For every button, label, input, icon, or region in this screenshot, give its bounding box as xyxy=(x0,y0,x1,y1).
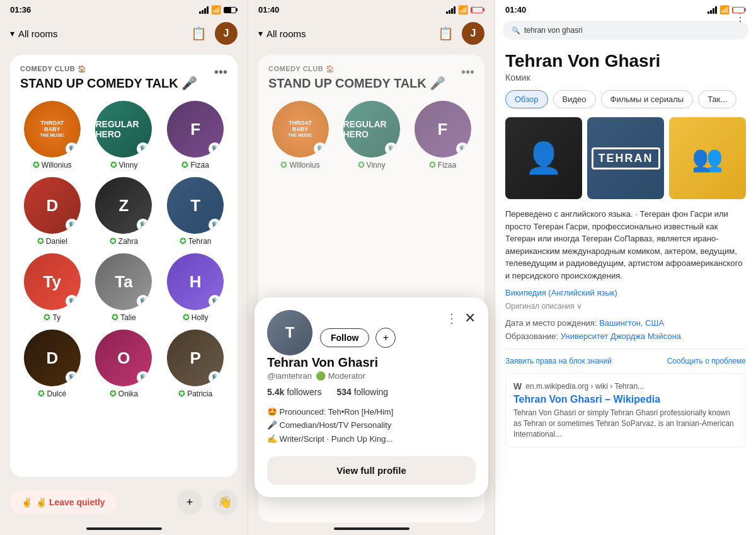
popup-close-button[interactable]: ✕ xyxy=(464,310,476,326)
add-speaker-button[interactable]: + xyxy=(177,490,202,515)
photo-thumb-2[interactable]: TEHRAN xyxy=(587,117,664,199)
list-item[interactable]: H 🎙️ ✪ Holly xyxy=(163,253,227,322)
popup-handle: @iamtehran 🟢 Moderator xyxy=(267,371,476,381)
view-full-profile-button[interactable]: View full profile xyxy=(267,456,476,485)
share-icon-1[interactable]: 📋 xyxy=(188,23,209,43)
list-item[interactable]: REGULAR HERO 🎙️ ✪ Vinny xyxy=(92,101,156,170)
followers-label: followers xyxy=(287,387,321,397)
following-count: 534 xyxy=(336,387,351,397)
back-nav-1[interactable]: ▾ All rooms xyxy=(10,28,58,39)
speaker-name: ✪ Fizaa xyxy=(429,160,456,170)
popup-follow-row: Follow + xyxy=(320,328,476,348)
tab-more[interactable]: Так... xyxy=(698,90,736,108)
speakers-grid-2: THROAT BABY THE MUSIC 🎙️ ✪ Willonius REG… xyxy=(268,101,474,170)
dots-menu-2[interactable]: ••• xyxy=(461,65,474,79)
follow-button[interactable]: Follow xyxy=(320,328,369,347)
photo-thumb-1[interactable]: 👤 xyxy=(505,117,582,199)
mic-badge: 🎙️ xyxy=(66,371,78,384)
popup-info: Tehran Von Ghasri @iamtehran 🟢 Moderator xyxy=(267,355,476,381)
speaker-avatar-fizaa: F 🎙️ xyxy=(167,101,224,158)
tab-video[interactable]: Видео xyxy=(553,90,596,108)
status-icons-1: 📶 xyxy=(199,5,238,14)
claim-knowledge-link[interactable]: Заявить права на блок знаний xyxy=(505,357,612,365)
list-item[interactable]: O 🎙️ ✪ Onika xyxy=(92,330,156,398)
user-avatar-1[interactable]: J xyxy=(215,22,238,45)
search-query: tehran von ghasri xyxy=(524,26,583,35)
list-item[interactable]: Z 🎙️ ✪ Zahra xyxy=(92,177,156,246)
dots-menu-1[interactable]: ••• xyxy=(214,65,227,79)
photo-thumb-3[interactable]: 👥 xyxy=(669,117,746,199)
bio-line-1: 🤩 Pronounced: Teh•Ron [He/Him] xyxy=(267,406,476,418)
green-badge-icon: ✪ xyxy=(43,313,50,322)
name-label: Tehran xyxy=(188,237,212,246)
speaker-name-holly: ✪ Holly xyxy=(183,313,209,322)
speaker-name-talie: ✪ Talie xyxy=(112,313,136,322)
name-label: Patricia xyxy=(187,389,212,398)
speaker-name: ✪ Vinny xyxy=(358,160,386,170)
bio-text-3: ✍️ Writer/Script · Punch Up King... xyxy=(267,433,392,446)
speaker-avatar-willonius: THROAT BABY THE MUSIC 🎙️ xyxy=(24,101,81,158)
speaker-name-vinny: ✪ Vinny xyxy=(110,160,138,170)
report-problem-link[interactable]: Сообщить о проблеме xyxy=(667,357,746,365)
list-item[interactable]: THROAT BABY THE MUSIC 🎙️ ✪ Willonius xyxy=(268,101,332,170)
wave-button[interactable]: 👋 xyxy=(212,490,238,515)
list-item[interactable]: D 🎙️ ✪ Daniel xyxy=(20,177,84,246)
search-bar[interactable]: 🔍 tehran von ghasri xyxy=(503,21,748,40)
speaker-avatar-daniel: D 🎙️ xyxy=(24,177,81,234)
speaker-avatar-vinny-2: REGULAR HERO 🎙️ xyxy=(343,101,400,158)
list-item[interactable]: REGULAR HERO 🎙️ ✪ Vinny xyxy=(340,101,403,170)
original-desc-toggle[interactable]: Оригинал описания ∨ xyxy=(505,302,746,311)
list-item[interactable]: T 🎙️ ✪ Tehran xyxy=(163,177,227,246)
room-club-label-2: COMEDY CLUB 🏠 xyxy=(268,65,474,73)
wiki-link[interactable]: Википедия (Английский язык) xyxy=(505,288,617,297)
nav-bar-1: ▾ All rooms 📋 J xyxy=(0,17,248,50)
list-item[interactable]: F 🎙️ ✪ Fizaa xyxy=(411,101,474,170)
tehran-hat-label: TEHRAN xyxy=(592,147,660,170)
user-avatar-2[interactable]: J xyxy=(462,22,484,45)
bio-text-1: 🤩 Pronounced: Teh•Ron [He/Him] xyxy=(267,406,393,418)
speaker-avatar-ty: Ty 🎙️ xyxy=(24,253,81,310)
tab-overview[interactable]: Обзор xyxy=(505,90,548,108)
wiki-result-title-link[interactable]: Tehran Von Ghasri – Wikipedia xyxy=(513,394,738,405)
tab-movies[interactable]: Фильмы и сериалы xyxy=(601,90,694,108)
name-label: Holly xyxy=(192,313,209,322)
wifi-icon-3: 📶 xyxy=(719,5,730,14)
name-label: Zahra xyxy=(118,237,138,246)
add-follow-button[interactable]: + xyxy=(375,328,396,348)
list-item[interactable]: Ta 🎙️ ✪ Talie xyxy=(92,253,156,322)
share-icon-2[interactable]: 📋 xyxy=(435,23,455,43)
mic-badge: 🎙️ xyxy=(209,219,221,231)
list-item[interactable]: THROAT BABY THE MUSIC 🎙️ ✪ Willonius xyxy=(20,101,84,170)
list-item[interactable]: F 🎙️ ✪ Fizaa xyxy=(163,101,227,170)
bio-text-2: 🎤 Comedian/Host/TV Personality xyxy=(267,419,391,432)
mic-badge: 🎙️ xyxy=(66,295,78,308)
birth-value-link[interactable]: Вашингтон, США xyxy=(599,318,664,328)
signal-icon-2 xyxy=(446,6,455,14)
photo-person-icon-1: 👤 xyxy=(525,141,563,176)
popup-dots-menu[interactable]: ⋮ xyxy=(445,311,458,326)
status-icons-2: 📶 xyxy=(446,5,484,14)
list-item[interactable]: P 🎙️ ✪ Patricia xyxy=(163,330,227,398)
panel-2: 01:40 📶 ▾ All rooms 📋 J xyxy=(248,0,495,535)
speaker-name-fizaa: ✪ Fizaa xyxy=(181,160,209,170)
battery-icon-2 xyxy=(471,7,484,13)
popup-actions: ⋮ ✕ xyxy=(445,310,476,326)
search-results-content: Tehran Von Ghasri Комик ⋮ Обзор Видео Фи… xyxy=(495,43,756,535)
speaker-name: ✪ Willonius xyxy=(280,160,319,170)
lock-icon: 🔍 xyxy=(512,26,520,35)
time-2: 01:40 xyxy=(258,5,279,14)
wiki-result-snippet: Tehran Von Ghasri or simply Tehran Ghasr… xyxy=(513,408,738,439)
list-item[interactable]: Ty 🎙️ ✪ Ty xyxy=(20,253,84,322)
green-badge-icon: ✪ xyxy=(33,160,40,170)
speaker-name-daniel: ✪ Daniel xyxy=(37,236,67,246)
back-nav-2[interactable]: ▾ All rooms xyxy=(258,28,306,39)
list-item[interactable]: D 🎙️ ✪ Dulcé xyxy=(20,330,84,398)
mic-badge: 🎙️ xyxy=(209,142,221,155)
leave-quietly-button[interactable]: ✌️ ✌️ Leave quietly xyxy=(10,491,117,514)
green-badge-icon: ✪ xyxy=(110,160,117,170)
speaker-name-ty: ✪ Ty xyxy=(43,313,60,322)
education-value-link[interactable]: Университет Джорджа Мэйсона xyxy=(561,331,681,341)
wiki-source: W en.m.wikipedia.org › wiki › Tehran... xyxy=(513,381,738,391)
name-label: Ty xyxy=(52,313,60,322)
speaker-avatar-dulce: D 🎙️ xyxy=(24,330,81,386)
